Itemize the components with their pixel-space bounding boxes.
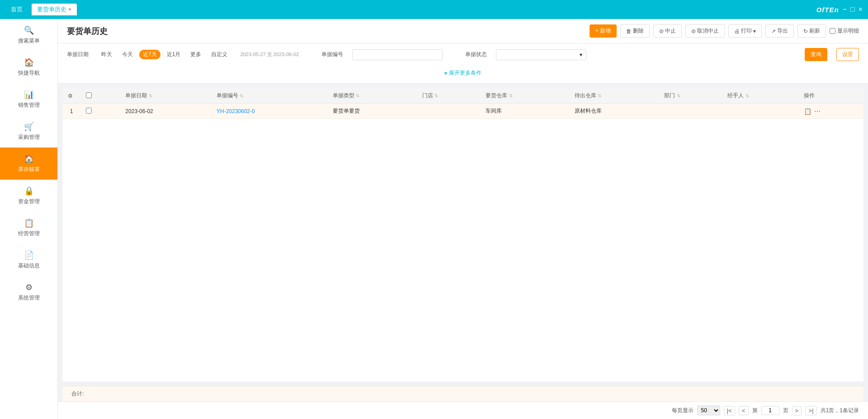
pagination: 每页显示 50 100 |< < 第 页 > >| 共1页，1条记录: [58, 401, 868, 419]
sidebar-item-basic-info-label: 基础信息: [18, 262, 40, 270]
col-store[interactable]: 门店 ⇅: [417, 88, 480, 104]
refresh-button[interactable]: ↻ 刷新: [797, 24, 826, 38]
date-sort-icon: ⇅: [149, 93, 152, 98]
stop-icon: ⊘: [659, 28, 664, 34]
cancel-stop-button[interactable]: ⊘ 取消中止: [685, 24, 725, 38]
next-page-button[interactable]: >: [792, 406, 802, 415]
date-btn-1month[interactable]: 近1月: [163, 50, 184, 59]
sidebar-item-sales[interactable]: 📊 销售管理: [0, 83, 57, 115]
date-btn-yesterday[interactable]: 昨天: [98, 50, 116, 59]
col-billtype[interactable]: 单据类型 ⇅: [327, 88, 417, 104]
col-checkbox[interactable]: [80, 88, 120, 104]
table-header: ⚙ 单据日期 ⇅ 单据编号 ⇅ 单据类型 ⇅ 门店 ⇅ 要货仓库 ⇅ 待出仓库 …: [62, 88, 863, 104]
sidebar-item-purchase[interactable]: 🛒 采购管理: [0, 115, 57, 148]
last-page-button[interactable]: >|: [805, 406, 816, 415]
top-bar-right: OfTEn − □ ×: [816, 5, 863, 14]
settings-button[interactable]: 设置: [836, 48, 859, 61]
print-button[interactable]: 🖨 打印 ▾: [728, 24, 762, 38]
lock-icon: 🔒: [24, 186, 34, 196]
active-tab-label: 要货单历史: [37, 5, 66, 14]
export-icon: ↗: [771, 28, 776, 34]
home-tab[interactable]: 首页: [5, 5, 28, 14]
sidebar-item-inventory-label: 库存核算: [18, 166, 40, 173]
row-billno[interactable]: YH-20230602-0: [211, 104, 327, 119]
department-sort-icon: ⇅: [677, 93, 680, 98]
maximize-icon[interactable]: □: [850, 5, 855, 14]
sidebar-item-inventory[interactable]: 🏠 库存核算: [0, 148, 57, 180]
row-target-warehouse: 原材料仓库: [569, 104, 659, 119]
page-label: 第: [752, 407, 758, 414]
col-handler[interactable]: 经手人 ⇅: [722, 88, 798, 104]
sidebar-item-sales-label: 销售管理: [18, 101, 40, 109]
show-detail-checkbox-label[interactable]: 显示明细: [830, 27, 859, 35]
footer-summary: 合计:: [62, 386, 863, 401]
cart-icon: 🛒: [24, 122, 34, 132]
col-billtype-label: 单据类型: [333, 92, 354, 99]
export-label: 导出: [777, 27, 788, 35]
bill-no-link[interactable]: YH-20230602-0: [217, 108, 255, 114]
more-action-icon[interactable]: ⋯: [814, 108, 821, 115]
date-btn-custom[interactable]: 自定义: [208, 50, 231, 59]
col-department[interactable]: 部门 ⇅: [659, 88, 722, 104]
row-select-checkbox[interactable]: [86, 108, 92, 114]
sidebar-item-purchase-label: 采购管理: [18, 133, 40, 141]
sidebar-item-system-label: 系统管理: [18, 294, 40, 302]
bill-no-input[interactable]: [352, 49, 443, 60]
col-date[interactable]: 单据日期 ⇅: [120, 88, 211, 104]
date-btn-today[interactable]: 今天: [118, 50, 137, 59]
close-tab-icon[interactable]: ×: [68, 6, 71, 13]
delete-icon: 🗑: [626, 28, 632, 34]
operations-icon: 📋: [24, 218, 34, 228]
date-btn-more[interactable]: 更多: [187, 50, 205, 59]
sidebar-item-finance-label: 资金管理: [18, 198, 40, 205]
date-btn-7days[interactable]: 近7天: [139, 50, 160, 59]
sidebar-item-finance[interactable]: 🔒 资金管理: [0, 180, 57, 212]
row-date: 2023-06-02: [120, 104, 211, 119]
stop-label: 中止: [665, 27, 676, 35]
new-button[interactable]: + 新增: [590, 24, 617, 38]
action-icons: 📋 ⋯: [804, 108, 858, 115]
row-store: [417, 104, 480, 119]
col-action: 操作: [798, 88, 863, 104]
date-filter-label: 单据日期: [67, 51, 89, 58]
sidebar-item-search[interactable]: 🔍 搜索菜单: [0, 19, 57, 51]
sidebar-item-system[interactable]: ⚙ 系统管理: [0, 276, 57, 308]
edit-action-icon[interactable]: 📋: [804, 108, 811, 115]
stop-button[interactable]: ⊘ 中止: [653, 24, 682, 38]
select-all-checkbox[interactable]: [86, 92, 92, 98]
col-billno[interactable]: 单据编号 ⇅: [211, 88, 327, 104]
page-number-input[interactable]: [761, 406, 779, 415]
page-title: 要货单历史: [67, 26, 108, 37]
row-department: [659, 104, 722, 119]
col-settings[interactable]: ⚙: [62, 88, 80, 104]
export-button[interactable]: ↗ 导出: [765, 24, 794, 38]
expand-conditions-button[interactable]: ▾ 展开更多条件: [441, 67, 485, 79]
chart-icon: 📊: [24, 90, 34, 100]
sidebar-item-operations[interactable]: 📋 经营管理: [0, 212, 57, 244]
minimize-icon[interactable]: −: [843, 5, 847, 14]
prev-page-button[interactable]: <: [739, 406, 749, 415]
show-detail-checkbox[interactable]: [830, 28, 835, 34]
billno-sort-icon: ⇅: [240, 93, 243, 98]
col-target-warehouse[interactable]: 待出仓库 ⇅: [569, 88, 659, 104]
sidebar-item-basic-info[interactable]: 📄 基础信息: [0, 244, 57, 276]
row-actions: 📋 ⋯: [798, 104, 863, 119]
cancel-stop-icon: ⊘: [691, 28, 696, 34]
close-window-icon[interactable]: ×: [859, 5, 863, 14]
sidebar-item-operations-label: 经营管理: [18, 230, 40, 238]
active-tab[interactable]: 要货单历史 ×: [32, 4, 77, 15]
col-warehouse[interactable]: 要货仓库 ⇅: [480, 88, 569, 104]
col-handler-label: 经手人: [727, 92, 744, 99]
delete-button[interactable]: 🗑 删除: [620, 24, 650, 38]
delete-label: 删除: [633, 27, 644, 35]
sidebar-item-search-label: 搜索菜单: [18, 37, 40, 45]
sidebar-item-quick-nav[interactable]: 🏠 快捷导航: [0, 51, 57, 83]
status-select[interactable]: ▾: [496, 49, 586, 60]
per-page-select[interactable]: 50 100: [697, 405, 720, 415]
home-icon: 🏠: [24, 57, 34, 67]
first-page-button[interactable]: |<: [724, 406, 735, 415]
toolbar: + 新增 🗑 删除 ⊘ 中止 ⊘ 取消中止 🖨 打: [590, 24, 859, 38]
query-button[interactable]: 查询: [805, 48, 827, 61]
row-checkbox[interactable]: [80, 104, 120, 119]
inventory-icon: 🏠: [24, 154, 34, 164]
